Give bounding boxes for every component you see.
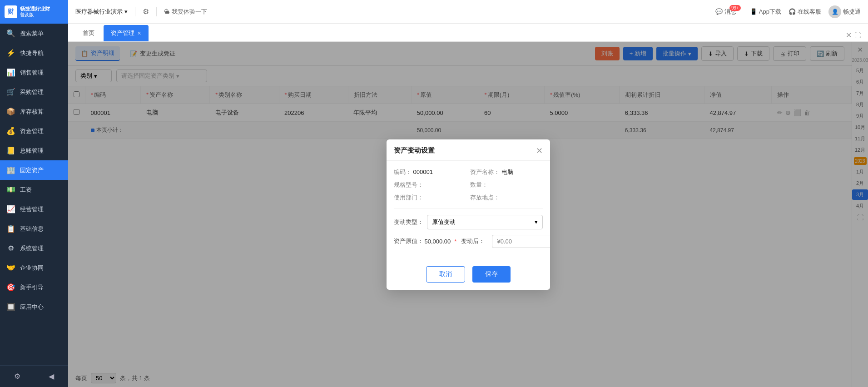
inventory-icon: 📦: [6, 107, 15, 116]
sidebar-item-label: 新手引导: [20, 283, 44, 292]
app-center-icon: 🔲: [6, 303, 15, 311]
guide-icon: 🎯: [6, 283, 15, 292]
app-download-button[interactable]: 📱 App下载: [750, 8, 781, 16]
modal-dept-field: 使用部门：: [394, 194, 466, 202]
window-close-icon[interactable]: ✕: [846, 31, 852, 40]
save-button[interactable]: 保存: [472, 266, 511, 283]
topbar: 医疗器械行业演示 ▾ ⚙ 🌥 我要体验一下 💬 消息 99+ 📱 App下载 🎧…: [68, 0, 868, 24]
message-icon: 💬: [715, 8, 723, 15]
company-dropdown-icon: ▾: [124, 8, 128, 15]
sidebar-bottom: ⚙ ◀: [0, 365, 68, 387]
operations-icon: 📈: [6, 205, 15, 213]
experience-label: 我要体验一下: [172, 8, 207, 16]
company-name: 医疗器械行业演示: [75, 8, 123, 16]
sidebar: 财 畅捷通好业财 普及版 🔍 搜索菜单 ⚡ 快捷导航 📊 销售管理 🛒 采购管理…: [0, 0, 68, 387]
sidebar-item-purchase[interactable]: 🛒 采购管理: [0, 82, 68, 102]
collapse-button[interactable]: ◀: [46, 369, 57, 383]
basic-info-icon: 📋: [6, 224, 15, 233]
sidebar-item-label: 采购管理: [20, 88, 44, 96]
sidebar-item-system[interactable]: ⚙ 系统管理: [0, 238, 68, 258]
change-type-row: 变动类型： 原值变动 ▾: [394, 215, 543, 229]
sidebar-item-enterprise[interactable]: 🤝 企业协同: [0, 258, 68, 278]
sidebar-item-ledger[interactable]: 📒 总账管理: [0, 141, 68, 160]
experience-button[interactable]: 🌥 我要体验一下: [164, 8, 207, 16]
app-download-label: App下载: [759, 8, 781, 16]
modal-asset-name-field: 资产名称： 电脑: [470, 168, 543, 176]
sidebar-item-operations[interactable]: 📈 经营管理: [0, 199, 68, 219]
sidebar-nav: 🔍 搜索菜单 ⚡ 快捷导航 📊 销售管理 🛒 采购管理 📦 库存核算 💰 资金管…: [0, 24, 68, 365]
topbar-divider2: [156, 7, 157, 16]
sidebar-item-basic-info[interactable]: 📋 基础信息: [0, 219, 68, 238]
sidebar-item-app-center[interactable]: 🔲 应用中心: [0, 297, 68, 317]
sidebar-item-fund[interactable]: 💰 资金管理: [0, 121, 68, 141]
sidebar-item-label: 固定资产: [20, 166, 44, 174]
sidebar-item-guide[interactable]: 🎯 新手引导: [0, 278, 68, 297]
content-area: 📋 资产明细 📝 变更生成凭证 刘账 + 新增 批量操作 ▾ ⬇: [68, 42, 868, 387]
modal-code-field: 编码： 000001: [394, 168, 466, 176]
message-button[interactable]: 💬 消息 99+: [715, 8, 736, 16]
change-type-select[interactable]: 原值变动 ▾: [427, 215, 543, 229]
modal-title: 资产变动设置: [394, 146, 435, 155]
change-type-label: 变动类型：: [394, 218, 423, 226]
purchase-icon: 🛒: [6, 88, 15, 96]
headset-icon: 🎧: [789, 8, 796, 15]
after-change-label: 变动后：: [461, 237, 488, 245]
sidebar-item-label: 总账管理: [20, 147, 44, 155]
online-service-button[interactable]: 🎧 在线客服: [789, 8, 821, 16]
avatar: 👤: [828, 5, 841, 18]
sidebar-item-fixed-assets[interactable]: 🏢 固定资产: [0, 160, 68, 180]
sidebar-item-sales[interactable]: 📊 销售管理: [0, 63, 68, 82]
topbar-settings-button[interactable]: ⚙: [143, 7, 149, 16]
enterprise-icon: 🤝: [6, 263, 15, 272]
sidebar-item-label: 快捷导航: [20, 49, 44, 57]
sidebar-item-label: 应用中心: [20, 303, 44, 311]
required-star: *: [454, 238, 456, 245]
settings-button[interactable]: ⚙: [11, 369, 23, 383]
change-type-dropdown-icon: ▾: [535, 218, 538, 225]
value-row: 资产原值： 50,000.00 * 变动后：: [394, 235, 543, 248]
sidebar-item-inventory[interactable]: 📦 库存核算: [0, 102, 68, 121]
change-type-value: 原值变动: [432, 218, 456, 226]
message-badge: 99+: [729, 5, 741, 11]
tab-close-icon[interactable]: ✕: [137, 30, 141, 36]
online-service-label: 在线客服: [798, 8, 821, 16]
modal-header: 资产变动设置 ✕: [387, 139, 550, 161]
cancel-button[interactable]: 取消: [426, 266, 465, 283]
modal-location-field: 存放地点：: [470, 194, 543, 202]
topbar-right: 💬 消息 99+ 📱 App下载 🎧 在线客服 👤 畅捷通: [715, 5, 861, 18]
tab-home[interactable]: 首页: [75, 25, 102, 41]
window-expand-icon[interactable]: ⛶: [854, 32, 861, 39]
modal-info-grid: 编码： 000001 资产名称： 电脑 规格型号： 数量：: [394, 168, 543, 208]
tab-asset-management[interactable]: 资产管理 ✕: [104, 25, 149, 41]
system-icon: ⚙: [6, 244, 15, 253]
company-selector[interactable]: 医疗器械行业演示 ▾: [75, 8, 128, 16]
original-value-label: 资产原值：: [394, 237, 421, 245]
sidebar-item-label: 经营管理: [20, 205, 44, 213]
logo-name: 畅捷通好业财: [20, 6, 50, 12]
topbar-divider: [135, 7, 135, 16]
modal-footer: 取消 保存: [387, 263, 550, 290]
sidebar-item-salary[interactable]: 💵 工资: [0, 180, 68, 199]
sidebar-item-label: 系统管理: [20, 244, 44, 253]
after-change-input[interactable]: [492, 235, 550, 248]
tabbar: 首页 资产管理 ✕ ✕ ⛶: [68, 24, 868, 42]
salary-icon: 💵: [6, 185, 15, 194]
modal-overlay: 资产变动设置 ✕ 编码： 000001 资产名称： 电脑: [68, 42, 868, 387]
sidebar-item-label: 工资: [20, 186, 32, 194]
main-area: 医疗器械行业演示 ▾ ⚙ 🌥 我要体验一下 💬 消息 99+ 📱 App下载 🎧…: [68, 0, 868, 387]
sidebar-item-search[interactable]: 🔍 搜索菜单: [0, 24, 68, 43]
modal-close-button[interactable]: ✕: [536, 146, 543, 156]
sidebar-item-label: 销售管理: [20, 69, 44, 77]
fixed-assets-icon: 🏢: [6, 166, 15, 174]
logo-sub: 普及版: [20, 12, 50, 18]
quick-nav-icon: ⚡: [6, 49, 15, 57]
original-value: 50,000.00: [425, 238, 451, 245]
modal-quantity-field: 数量：: [470, 181, 543, 189]
sidebar-item-quick-nav[interactable]: ⚡ 快捷导航: [0, 43, 68, 63]
fund-icon: 💰: [6, 127, 15, 135]
sidebar-item-label: 企业协同: [20, 264, 44, 272]
user-avatar[interactable]: 👤 畅捷通: [828, 5, 861, 18]
search-icon: 🔍: [6, 29, 15, 38]
tab-home-label: 首页: [83, 29, 94, 37]
asset-change-modal: 资产变动设置 ✕ 编码： 000001 资产名称： 电脑: [387, 139, 550, 290]
